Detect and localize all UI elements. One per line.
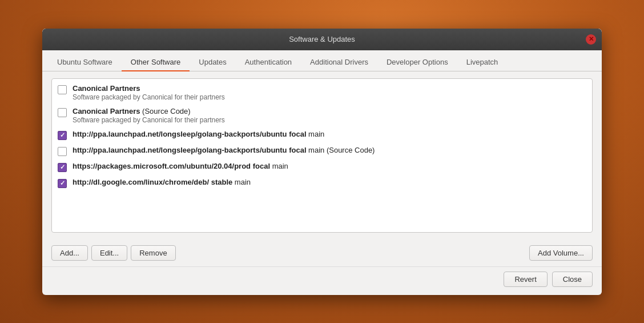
checkbox-microsoft[interactable] <box>58 163 67 172</box>
item-title: Canonical Partners <box>73 84 586 93</box>
item-title: http://ppa.launchpad.net/longsleep/golan… <box>73 130 586 138</box>
item-title-rest: (Source Code) <box>140 107 191 115</box>
list-item[interactable]: Canonical Partners Software packaged by … <box>52 81 592 104</box>
item-title-bold: Canonical Partners <box>73 107 140 115</box>
tab-additional-drivers[interactable]: Additional Drivers <box>301 54 377 71</box>
list-item[interactable]: http://dl.google.com/linux/chrome/deb/ s… <box>52 175 592 191</box>
checkbox-canonical-partners[interactable] <box>58 85 67 94</box>
footer: Revert Close <box>42 266 602 295</box>
checkbox-canonical-partners-source[interactable] <box>58 108 67 117</box>
item-title: Canonical Partners (Source Code) <box>73 107 586 115</box>
left-button-group: Add... Edit... Remove <box>51 245 176 261</box>
close-button[interactable]: Close <box>552 272 593 287</box>
list-item[interactable]: http://ppa.launchpad.net/longsleep/golan… <box>52 127 592 143</box>
item-title-bold: Canonical Partners <box>73 84 140 93</box>
item-title-bold: http://ppa.launchpad.net/longsleep/golan… <box>73 130 307 138</box>
item-title-bold: http://dl.google.com/linux/chrome/deb/ s… <box>73 178 232 186</box>
tab-bar: Ubuntu Software Other Software Updates A… <box>42 50 602 71</box>
close-window-button[interactable]: ✕ <box>586 34 596 45</box>
tab-other-software[interactable]: Other Software <box>122 54 190 71</box>
software-updates-dialog: Software & Updates ✕ Ubuntu Software Oth… <box>42 29 602 295</box>
tab-developer-options[interactable]: Developer Options <box>377 54 457 71</box>
item-title-rest: main <box>270 162 288 170</box>
item-title: http://dl.google.com/linux/chrome/deb/ s… <box>73 178 586 186</box>
tab-livepatch[interactable]: Livepatch <box>457 54 508 71</box>
checkbox-google-chrome[interactable] <box>58 179 67 188</box>
tab-authentication[interactable]: Authentication <box>236 54 301 71</box>
item-content-canonical-partners-source: Canonical Partners (Source Code) Softwar… <box>73 107 586 124</box>
item-title-rest: main (Source Code) <box>307 146 375 154</box>
sources-list: Canonical Partners Software packaged by … <box>51 78 593 233</box>
list-item[interactable]: http://ppa.launchpad.net/longsleep/golan… <box>52 143 592 159</box>
list-item[interactable]: Canonical Partners (Source Code) Softwar… <box>52 104 592 127</box>
tab-updates[interactable]: Updates <box>190 54 235 71</box>
item-subtitle: Software packaged by Canonical for their… <box>73 116 586 124</box>
dialog-title: Software & Updates <box>289 35 355 43</box>
item-content-golang-source: http://ppa.launchpad.net/longsleep/golan… <box>73 146 586 154</box>
item-content-golang: http://ppa.launchpad.net/longsleep/golan… <box>73 130 586 138</box>
remove-button[interactable]: Remove <box>131 245 175 261</box>
add-button[interactable]: Add... <box>51 245 88 261</box>
content-area: Canonical Partners Software packaged by … <box>42 71 602 240</box>
item-title-rest: main <box>232 178 251 186</box>
item-content-canonical-partners: Canonical Partners Software packaged by … <box>73 84 586 101</box>
list-item[interactable]: https://packages.microsoft.com/ubuntu/20… <box>52 159 592 175</box>
titlebar: Software & Updates ✕ <box>42 29 602 50</box>
item-title-bold: https://packages.microsoft.com/ubuntu/20… <box>73 162 270 170</box>
edit-button[interactable]: Edit... <box>91 245 127 261</box>
item-title-rest: main <box>307 130 325 138</box>
item-title-bold: http://ppa.launchpad.net/longsleep/golan… <box>73 146 307 154</box>
item-subtitle: Software packaged by Canonical for their… <box>73 93 586 101</box>
item-title: https://packages.microsoft.com/ubuntu/20… <box>73 162 586 170</box>
checkbox-golang-backports[interactable] <box>58 131 67 140</box>
item-content-microsoft: https://packages.microsoft.com/ubuntu/20… <box>73 162 586 170</box>
bottom-buttons-row: Add... Edit... Remove Add Volume... <box>42 240 602 266</box>
item-content-google-chrome: http://dl.google.com/linux/chrome/deb/ s… <box>73 178 586 186</box>
item-title: http://ppa.launchpad.net/longsleep/golan… <box>73 146 586 154</box>
revert-button[interactable]: Revert <box>504 272 547 287</box>
tab-ubuntu-software[interactable]: Ubuntu Software <box>48 54 122 71</box>
checkbox-golang-backports-source[interactable] <box>58 147 67 156</box>
add-volume-button[interactable]: Add Volume... <box>529 245 593 261</box>
